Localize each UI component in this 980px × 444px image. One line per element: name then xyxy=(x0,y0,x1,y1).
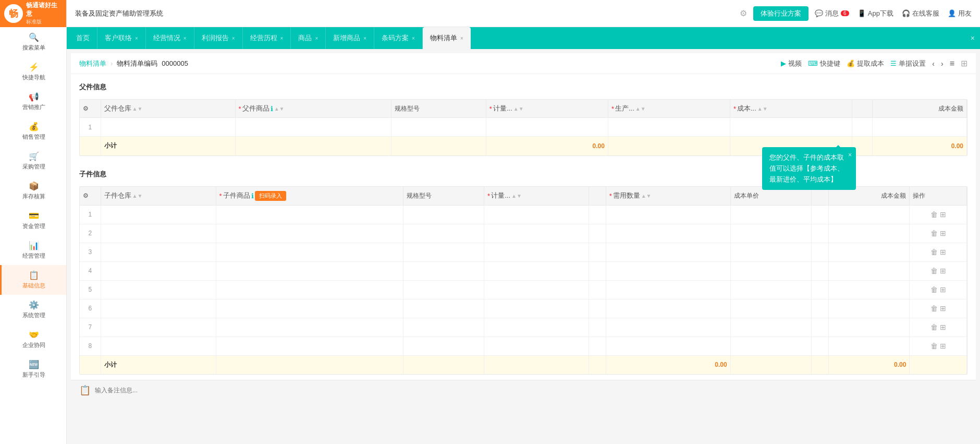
nav-tab-经营历程[interactable]: 经营历程× xyxy=(243,27,291,49)
parent-unit-1[interactable] xyxy=(486,118,608,137)
child-warehouse[interactable] xyxy=(101,261,216,280)
child-qty[interactable] xyxy=(606,261,730,280)
doc-settings-action[interactable]: ☰ 单据设置 xyxy=(890,59,926,68)
nav-tab-物料清单[interactable]: 物料清单× xyxy=(423,27,471,49)
child-spec[interactable] xyxy=(403,337,484,355)
user-action[interactable]: 👤 用友 xyxy=(948,9,972,18)
online-service-action[interactable]: 🎧 在线客服 xyxy=(902,9,939,18)
app-download-action[interactable]: 📱 App下载 xyxy=(858,9,893,18)
sidebar-item-finance[interactable]: 💳资金管理 xyxy=(0,206,66,235)
child-spec[interactable] xyxy=(403,299,484,318)
child-unit-cost[interactable] xyxy=(730,224,811,243)
sidebar-item-search[interactable]: 🔍搜索菜单 xyxy=(0,27,66,57)
delete-icon[interactable]: 🗑 xyxy=(930,229,938,237)
child-spec[interactable] xyxy=(403,280,484,299)
child-product[interactable] xyxy=(216,280,403,299)
parent-cost-1[interactable] xyxy=(730,118,852,137)
nav-tab-经营情况[interactable]: 经营情况× xyxy=(146,27,194,49)
trial-button[interactable]: 体验行业方案 xyxy=(753,6,808,21)
child-unit[interactable] xyxy=(484,318,589,337)
child-spec[interactable] xyxy=(403,318,484,337)
nav-tab-客户联络[interactable]: 客户联络× xyxy=(97,27,146,49)
tab-close-icon[interactable]: × xyxy=(183,35,187,41)
tab-close-icon[interactable]: × xyxy=(412,35,415,41)
delete-icon[interactable]: 🗑 xyxy=(930,323,938,331)
note-input[interactable] xyxy=(95,387,967,394)
child-unit-cost[interactable] xyxy=(730,261,811,280)
child-qty[interactable] xyxy=(606,224,730,243)
sidebar-item-system[interactable]: ⚙️系统管理 xyxy=(0,295,66,325)
nav-tab-首页[interactable]: 首页 xyxy=(69,27,97,49)
child-qty[interactable] xyxy=(606,205,730,224)
copy-icon[interactable]: ⊞ xyxy=(940,342,946,350)
shortcut-action[interactable]: ⌨ 快捷键 xyxy=(808,59,840,68)
child-warehouse[interactable] xyxy=(101,205,216,224)
child-product[interactable] xyxy=(216,299,403,318)
copy-icon[interactable]: ⊞ xyxy=(940,210,946,219)
tab-close-icon[interactable]: × xyxy=(135,35,138,41)
child-product[interactable] xyxy=(216,243,403,261)
sidebar-item-marketing[interactable]: 📢营销推广 xyxy=(0,87,66,116)
sidebar-item-quicknav[interactable]: ⚡快捷导航 xyxy=(0,57,66,87)
sidebar-item-guide[interactable]: 🆕新手引导 xyxy=(0,354,66,384)
child-warehouse[interactable] xyxy=(101,337,216,355)
child-qty[interactable] xyxy=(606,280,730,299)
child-warehouse[interactable] xyxy=(101,224,216,243)
child-unit-cost[interactable] xyxy=(730,337,811,355)
child-unit[interactable] xyxy=(484,243,589,261)
nav-tab-利润报告[interactable]: 利润报告× xyxy=(194,27,243,49)
tab-close-icon[interactable]: × xyxy=(280,35,284,41)
sidebar-item-purchase[interactable]: 🛒采购管理 xyxy=(0,146,66,176)
parent-warehouse-1[interactable] xyxy=(101,118,235,137)
tab-close-icon[interactable]: × xyxy=(460,35,463,41)
copy-icon[interactable]: ⊞ xyxy=(940,304,946,313)
child-product[interactable] xyxy=(216,318,403,337)
sidebar-item-operation[interactable]: 📊经营管理 xyxy=(0,235,66,265)
close-all-tabs[interactable]: × xyxy=(967,32,978,44)
tab-close-icon[interactable]: × xyxy=(363,35,366,41)
sidebar-item-basic[interactable]: 📋基础信息 xyxy=(0,265,66,295)
extract-cost-action[interactable]: 💰 提取成本 xyxy=(847,59,884,68)
video-action[interactable]: ▶ 视频 xyxy=(781,59,802,68)
sidebar-item-sales[interactable]: 💰销售管理 xyxy=(0,116,66,146)
nav-tab-商品[interactable]: 商品× xyxy=(291,27,326,49)
nav-tab-条码方案[interactable]: 条码方案× xyxy=(374,27,423,49)
delete-icon[interactable]: 🗑 xyxy=(930,285,938,294)
delete-icon[interactable]: 🗑 xyxy=(930,210,938,219)
child-product[interactable] xyxy=(216,261,403,280)
settings-icon[interactable]: ⚙ xyxy=(740,8,747,18)
expand-action[interactable]: ⊞ xyxy=(961,58,967,68)
child-warehouse[interactable] xyxy=(101,318,216,337)
tab-close-icon[interactable]: × xyxy=(315,35,318,41)
child-product[interactable] xyxy=(216,205,403,224)
grid-view-action[interactable]: ≡ xyxy=(950,59,954,68)
child-unit-cost[interactable] xyxy=(730,243,811,261)
parent-produce-1[interactable] xyxy=(608,118,730,137)
parent-spec-1[interactable] xyxy=(391,118,486,137)
copy-icon[interactable]: ⊞ xyxy=(940,267,946,275)
breadcrumb-parent[interactable]: 物料清单 xyxy=(79,59,106,68)
nav-tab-新增商品[interactable]: 新增商品× xyxy=(326,27,374,49)
child-warehouse[interactable] xyxy=(101,280,216,299)
child-warehouse[interactable] xyxy=(101,243,216,261)
tooltip-close[interactable]: × xyxy=(848,150,852,160)
copy-icon[interactable]: ⊞ xyxy=(940,323,946,331)
copy-icon[interactable]: ⊞ xyxy=(940,285,946,294)
sidebar-item-inventory[interactable]: 📦库存核算 xyxy=(0,176,66,206)
child-product[interactable] xyxy=(216,224,403,243)
child-unit-cost[interactable] xyxy=(730,205,811,224)
child-unit[interactable] xyxy=(484,299,589,318)
child-unit[interactable] xyxy=(484,261,589,280)
child-unit-cost[interactable] xyxy=(730,299,811,318)
child-unit[interactable] xyxy=(484,280,589,299)
copy-icon[interactable]: ⊞ xyxy=(940,248,946,256)
th-settings-child[interactable]: ⚙ xyxy=(80,187,101,206)
child-unit-cost[interactable] xyxy=(730,280,811,299)
delete-icon[interactable]: 🗑 xyxy=(930,342,938,350)
child-product[interactable] xyxy=(216,337,403,355)
child-spec[interactable] xyxy=(403,261,484,280)
parent-product-1[interactable] xyxy=(235,118,391,137)
next-action[interactable]: › xyxy=(941,59,944,68)
sidebar-item-enterprise[interactable]: 🤝企业协同 xyxy=(0,325,66,354)
scan-button[interactable]: 扫码录入 xyxy=(255,191,286,201)
